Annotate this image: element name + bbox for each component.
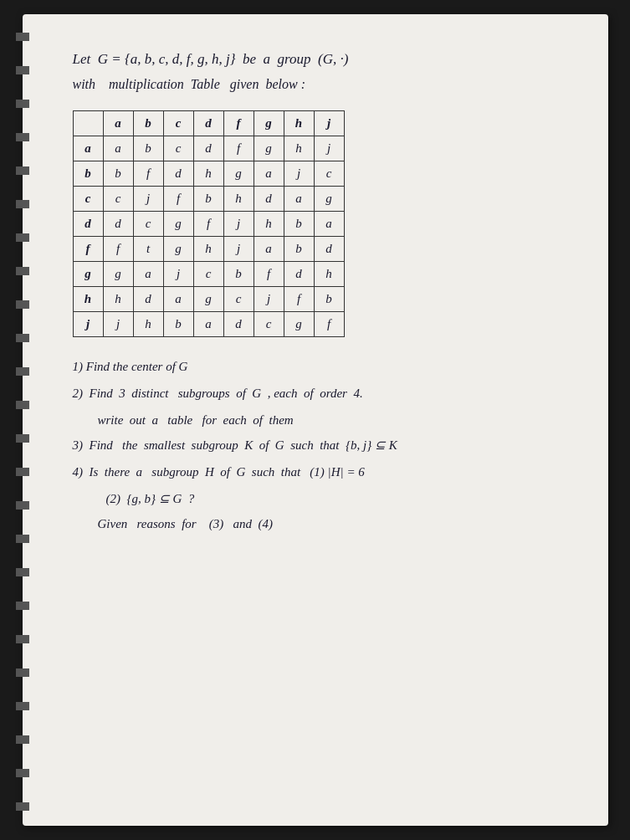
question-given: Given reasons for (3) and (4) (98, 511, 566, 536)
col-header-g: g (254, 110, 284, 136)
col-header-j: j (314, 110, 344, 136)
row-label-a: a (73, 136, 103, 161)
question-2-cont: write out a table for each of them (98, 407, 566, 433)
table-row-h: h h d a g c j f b (73, 286, 344, 311)
table-row-a: a a b c d f g h j (73, 136, 344, 161)
col-header-f: f (223, 110, 254, 136)
corner-cell (73, 110, 103, 136)
question-3: 3) Find the smallest subgroup K of G suc… (73, 433, 566, 458)
question-4: 4) Is there a subgroup H of G such that … (73, 459, 566, 484)
row-label-c: c (73, 186, 103, 211)
col-header-d: d (193, 110, 223, 136)
notebook-page: Let G = {a, b, c, d, f, g, h, j} be a gr… (23, 14, 608, 826)
row-label-d: d (73, 211, 103, 236)
questions-section: 1) Find the center of G 2) Find 3 distin… (73, 354, 566, 536)
col-header-h: h (284, 110, 314, 136)
title-section: Let G = {a, b, c, d, f, g, h, j} be a gr… (73, 48, 566, 95)
title-line1: Let G = {a, b, c, d, f, g, h, j} be a gr… (73, 48, 566, 70)
row-label-h: h (73, 286, 103, 311)
table-row-b: b b f d h g a j c (73, 161, 344, 186)
table-row-j: j j h b a d c g f (73, 311, 344, 336)
question-1: 1) Find the center of G (73, 354, 566, 379)
col-header-c: c (163, 110, 193, 136)
question-4b: (2) {g, b} ⊆ G ? (106, 486, 566, 511)
row-label-b: b (73, 161, 103, 186)
col-header-b: b (133, 110, 163, 136)
title-line2: with multiplication Table given below : (73, 74, 566, 95)
row-label-f: f (73, 236, 103, 261)
multiplication-table: a b c d f g h j a a b c d f g h j b (73, 110, 566, 337)
table-row-c: c c j f b h d a g (73, 186, 344, 211)
row-label-j: j (73, 311, 103, 336)
question-2: 2) Find 3 distinct subgroups of G , each… (73, 381, 566, 406)
table-header-row: a b c d f g h j (73, 110, 344, 136)
table-row-d: d d c g f j h b a (73, 211, 344, 236)
row-label-g: g (73, 261, 103, 286)
col-header-a: a (103, 110, 133, 136)
table-row-f: f f t g h j a b d (73, 236, 344, 261)
table-row-g: g g a j c b f d h (73, 261, 344, 286)
